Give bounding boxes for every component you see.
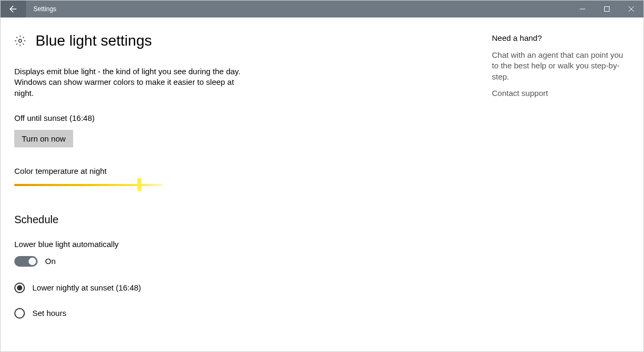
main-column: Blue light settings Displays emit blue l… (14, 32, 332, 351)
description-text: Displays emit blue light - the kind of l… (14, 66, 248, 99)
svg-rect-0 (605, 7, 610, 12)
radio-icon (14, 308, 25, 319)
radio-sunset-label: Lower nightly at sunset (16:48) (32, 283, 141, 292)
status-text: Off until sunset (16:48) (14, 113, 332, 122)
page-title: Blue light settings (36, 32, 152, 49)
toggle-state-label: On (45, 257, 56, 266)
window-title: Settings (26, 5, 570, 13)
radio-set-hours[interactable]: Set hours (14, 308, 332, 319)
close-icon (629, 6, 634, 12)
maximize-button[interactable] (595, 1, 619, 17)
radio-sunset[interactable]: Lower nightly at sunset (16:48) (14, 283, 332, 293)
gear-icon (14, 35, 26, 47)
toggle-knob (29, 258, 36, 265)
sidebar-text: Chat with an agent that can point you to… (492, 50, 627, 82)
auto-lower-label: Lower blue light automatically (14, 240, 332, 249)
auto-toggle[interactable] (14, 256, 38, 267)
radio-sethours-label: Set hours (32, 309, 66, 318)
slider-thumb[interactable] (137, 178, 142, 191)
sidebar-heading: Need a hand? (492, 33, 627, 42)
color-temp-slider[interactable] (14, 183, 163, 187)
schedule-heading: Schedule (14, 214, 332, 226)
contact-support-link[interactable]: Contact support (492, 89, 627, 98)
page-header: Blue light settings (14, 32, 332, 49)
window-controls (570, 1, 643, 17)
svg-point-1 (19, 39, 22, 42)
auto-toggle-row: On (14, 256, 332, 267)
close-button[interactable] (619, 1, 643, 17)
maximize-icon (604, 6, 610, 12)
minimize-icon (580, 6, 585, 12)
turn-on-button[interactable]: Turn on now (14, 130, 73, 147)
radio-icon (14, 283, 25, 293)
back-arrow-icon (9, 5, 17, 13)
titlebar: Settings (1, 1, 643, 17)
color-temp-label: Color temperature at night (14, 166, 332, 175)
minimize-button[interactable] (570, 1, 595, 17)
sidebar-column: Need a hand? Chat with an agent that can… (492, 32, 630, 351)
back-button[interactable] (1, 1, 26, 17)
content-area: Blue light settings Displays emit blue l… (1, 17, 643, 351)
